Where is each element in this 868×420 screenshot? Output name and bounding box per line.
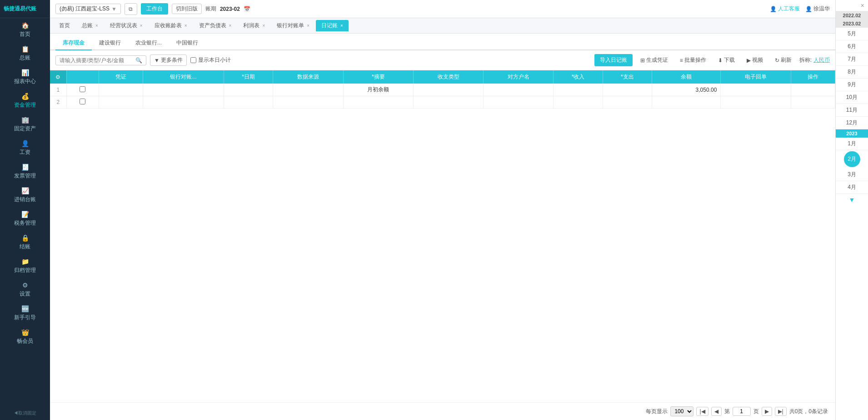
month-item-2023-1[interactable]: 1月 (836, 138, 868, 150)
tab-business[interactable]: 经营状况表× (105, 20, 148, 31)
user-menu[interactable]: 👤 徐温华 (805, 5, 830, 13)
refresh-button[interactable]: ↻ 刷新 (771, 54, 796, 66)
tab-journal[interactable]: 日记账× (316, 20, 349, 31)
sidebar-item-home[interactable]: 🏠首页 (0, 18, 50, 42)
sidebar-item-guide[interactable]: 🆕新手引导 (0, 301, 50, 325)
tab-label-business: 经营状况表 (110, 22, 137, 30)
sub-tab-cash[interactable]: 库存现金 (55, 36, 92, 50)
cell-bank_reconcile (143, 84, 224, 96)
filter-button[interactable]: ▼ 更多条件 (150, 54, 187, 66)
sidebar-item-sales[interactable]: 📈进销台账 (0, 183, 50, 207)
table-row: 1月初余额3,050.00 (50, 84, 835, 96)
show-today-checkbox[interactable]: 显示本日小计 (190, 56, 231, 64)
month-item-2023-2[interactable]: 2月 (844, 151, 860, 168)
month-item-2023-4[interactable]: 4月 (836, 181, 868, 194)
col-header-bank_reconcile: 银行对账... (143, 70, 224, 84)
tab-label-home: 首页 (59, 22, 70, 30)
sidebar-item-ledger[interactable]: 📋总账 (0, 42, 50, 65)
cell-settings_cell: 2 (50, 96, 66, 109)
next-page-button[interactable]: ▶ (762, 407, 772, 416)
sidebar-item-tax[interactable]: 📝税务管理 (0, 207, 50, 231)
customer-service-button[interactable]: 👤 人工客服 (770, 5, 800, 13)
search-input[interactable] (60, 57, 134, 64)
per-page-label: 每页显示 (646, 408, 668, 415)
show-today-input[interactable] (190, 57, 196, 63)
sidebar: 畅捷通易代账 🏠首页📋总账📊报表中心💰资金管理🏢固定资产👤工资🧾发票管理📈进销台… (0, 0, 50, 420)
col-header-income: *收入 (554, 70, 603, 84)
tab-close-business[interactable]: × (140, 23, 143, 28)
main-tabs: 首页总账×经营状况表×应收账龄表×资产负债表×利润表×银行对账单×日记账× (50, 18, 835, 34)
cell-action (791, 96, 835, 109)
sub-tab-ccb[interactable]: 建设银行 (92, 36, 128, 50)
cell-data_source (273, 96, 343, 109)
download-button[interactable]: ⬇ 下载 (714, 54, 739, 66)
month-item-2022-11[interactable]: 11月 (836, 104, 868, 117)
sub-tab-abc[interactable]: 农业银行... (128, 36, 169, 50)
video-button[interactable]: ▶ 视频 (743, 54, 767, 66)
cell-checkbox_cell (66, 84, 99, 96)
prev-page-button[interactable]: ◀ (711, 407, 722, 416)
content-area: 库存现金建设银行农业银行...中国银行 🔍 ▼ 更多条件 显示本日小计 导入日记… (50, 34, 835, 420)
sidebar-label-closing: 结账 (20, 243, 30, 251)
video-icon: ▶ (747, 57, 751, 64)
month-item-2022-9[interactable]: 9月 (836, 79, 868, 91)
tab-profit[interactable]: 利润表× (238, 20, 270, 31)
tab-bank[interactable]: 银行对账单× (271, 20, 315, 31)
search-icon[interactable]: 🔍 (135, 57, 142, 64)
month-item-2023-3[interactable]: 3月 (836, 168, 868, 181)
row-checkbox-0[interactable] (80, 86, 85, 92)
month-item-2022-10[interactable]: 10月 (836, 91, 868, 104)
month-item-2022-6[interactable]: 6月 (836, 40, 868, 53)
sidebar-item-assets[interactable]: 🏢固定资产 (0, 113, 50, 136)
sidebar-item-archive[interactable]: 📁归档管理 (0, 254, 50, 278)
sidebar-item-invoice[interactable]: 🧾发票管理 (0, 160, 50, 183)
unpin-button[interactable]: ◀取消固定 (0, 406, 50, 420)
tab-close-assets[interactable]: × (229, 23, 232, 28)
old-version-button[interactable]: 切到旧版 (172, 4, 202, 14)
tab-ledger[interactable]: 总账× (76, 20, 104, 31)
tab-close-receivable[interactable]: × (185, 23, 187, 28)
sidebar-item-capital[interactable]: 💰资金管理 (0, 89, 50, 113)
tab-close-bank[interactable]: × (307, 23, 309, 28)
first-page-button[interactable]: |◀ (696, 407, 708, 416)
sidebar-item-closing[interactable]: 🔒结账 (0, 231, 50, 254)
month-item-2022-8[interactable]: 8月 (836, 66, 868, 79)
batch-op-button[interactable]: ≡ 批量操作 (676, 54, 710, 66)
month-item-2022-5[interactable]: 5月 (836, 28, 868, 40)
sidebar-item-settings[interactable]: ⚙设置 (0, 278, 50, 301)
sub-tab-boc[interactable]: 中国银行 (169, 36, 205, 50)
page-suffix: 页 (753, 408, 759, 415)
tab-label-journal: 日记账 (321, 22, 338, 30)
tab-close-journal[interactable]: × (340, 23, 343, 28)
import-button[interactable]: 导入日记账 (594, 54, 633, 66)
cell-balance: 3,050.00 (652, 84, 721, 96)
tab-assets[interactable]: 资产负债表× (194, 20, 237, 31)
currency-link[interactable]: 人民币 (813, 56, 830, 64)
total-info: 共0页，0条记录 (789, 408, 828, 415)
last-page-button[interactable]: ▶| (775, 407, 787, 416)
per-page-select[interactable]: 2050100200 (670, 406, 693, 416)
copy-button[interactable]: ⧉ (125, 3, 137, 15)
month-item-2022-7[interactable]: 7月 (836, 53, 868, 66)
row-checkbox-1[interactable] (80, 99, 85, 104)
page-prefix: 第 (724, 408, 730, 415)
date-panel-down-arrow[interactable]: ▼ (836, 194, 868, 206)
workbench-button[interactable]: 工作台 (141, 3, 168, 15)
tab-close-ledger[interactable]: × (95, 23, 98, 28)
sidebar-item-member[interactable]: 👑畅会员 (0, 325, 50, 349)
cell-voucher (99, 84, 143, 96)
calendar-icon[interactable]: 📅 (244, 6, 250, 12)
date-panel-close-button[interactable]: × (836, 0, 868, 11)
tab-receivable[interactable]: 应收账龄表× (149, 20, 193, 31)
current-page-input[interactable] (733, 407, 751, 416)
month-item-2022-12[interactable]: 12月 (836, 117, 868, 129)
sidebar-item-payroll[interactable]: 👤工资 (0, 136, 50, 160)
guide-icon: 🆕 (21, 305, 29, 312)
gen-voucher-button[interactable]: ⊞ 生成凭证 (636, 54, 672, 66)
sidebar-item-reports[interactable]: 📊报表中心 (0, 65, 50, 89)
tab-close-profit[interactable]: × (262, 23, 265, 28)
date-panel: × 2022.022023.025月6月7月8月9月10月11月12月20231… (835, 0, 868, 420)
sales-icon: 📈 (21, 187, 29, 194)
company-selector[interactable]: (勿易) 江西超宝-LSS ▼ (55, 4, 121, 14)
tab-home[interactable]: 首页 (54, 20, 75, 31)
